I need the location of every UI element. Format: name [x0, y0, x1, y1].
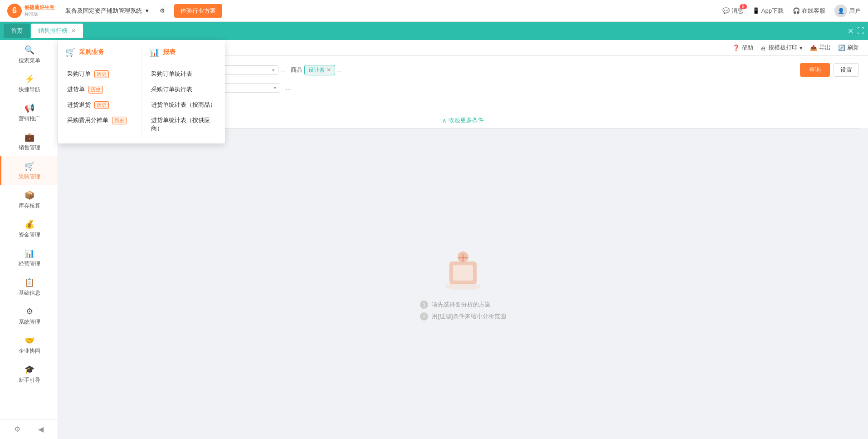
report-header-icon: 📊 [149, 47, 159, 57]
collapse-label: 收起更多条件 [449, 116, 484, 124]
sidebar: 🔍 搜索菜单 ⚡ 快捷导航 📢 营销推广 💼 销售管理 🛒 采购管理 📦 [0, 40, 58, 439]
goods-dots[interactable]: ... [337, 67, 342, 74]
tab-sales-ranking[interactable]: 销售排行榜 ✕ [31, 24, 83, 38]
sidebar-item-inventory[interactable]: 📦 库存核算 [0, 185, 58, 214]
online-service-button[interactable]: 🎧 在线客服 [793, 7, 825, 15]
empty-hint-1: 1 请先选择要分析的方案 [420, 301, 506, 309]
sidebar-item-operations[interactable]: 📊 经营管理 [0, 243, 58, 272]
dropdown-col-purchase: 🛒 采购业务 采购订单 历史 进货单 历史 进货退货 历史 采购费用分摊单 历史 [58, 47, 141, 136]
dropdown-item-purchase-order-stats[interactable]: 采购订单统计表 [149, 66, 218, 82]
goods-tag-close-icon[interactable]: ✕ [327, 67, 331, 73]
query-button[interactable]: 查询 [800, 63, 830, 77]
tab-close-all-icon[interactable]: ✕ [848, 27, 853, 35]
logo-icon: 6 [7, 4, 22, 18]
salesman-arrow-icon: ▾ [274, 85, 276, 90]
dropdown-item-goods-stats-by-supplier[interactable]: 进货单统计表（按供应商） [149, 113, 218, 136]
sidebar-collapse-icon[interactable]: ◀ [38, 425, 44, 434]
history-badge-2: 历史 [94, 101, 109, 109]
purchase-header-icon: 🛒 [65, 47, 75, 57]
dropdown-col-report: 📊 报表 采购订单统计表 采购订单执行表 进货单统计表（按商品） 进货单统计表（… [141, 47, 225, 136]
hint-num-2: 2 [420, 312, 428, 321]
logo-text: 畅捷通好生意 标准版 [24, 4, 54, 17]
message-button[interactable]: 💬 消息 9 [722, 7, 743, 15]
sidebar-item-enterprise[interactable]: 🤝 企业协同 [0, 330, 58, 360]
logo-area: 6 畅捷通好生意 标准版 [7, 4, 65, 18]
system-title: 装备及固定资产辅助管理系统 ▾ ⚙ [65, 5, 169, 17]
settings-button[interactable]: 设置 [834, 63, 859, 77]
select-arrow-icon: ▾ [272, 68, 274, 73]
box-icon: 📦 [24, 190, 34, 200]
dropdown-item-purchase-order[interactable]: 采购订单 历史 [65, 66, 134, 82]
avatar: 👤 [834, 5, 847, 17]
empty-illustration [436, 248, 490, 293]
user-button[interactable]: 👤 用户 [834, 5, 861, 17]
hint-num-1: 1 [420, 301, 428, 309]
dropdown-item-goods-return[interactable]: 进货退货 历史 [65, 97, 134, 113]
refresh-button[interactable]: 🔄 刷新 [838, 44, 859, 52]
header-right: 💬 消息 9 📱 App下载 🎧 在线客服 👤 用户 [722, 5, 861, 17]
sidebar-item-finance[interactable]: 💰 资金管理 [0, 214, 58, 243]
refresh-icon: 🔄 [838, 44, 845, 51]
export-button[interactable]: 📤 导出 [810, 44, 831, 52]
phone-icon: 📱 [752, 7, 760, 14]
sidebar-item-system[interactable]: ⚙ 系统管理 [0, 301, 58, 330]
dropdown-col-report-header: 📊 报表 [149, 47, 218, 61]
sidebar-bottom: ⚙ ◀ [0, 419, 58, 439]
history-badge-1: 历史 [88, 86, 103, 94]
help-icon: ❓ [732, 44, 740, 51]
salesman-dots[interactable]: ... [286, 84, 291, 91]
dropdown-item-goods-stats-by-product[interactable]: 进货单统计表（按商品） [149, 97, 218, 113]
hint-text-1: 请先选择要分析的方案 [432, 301, 491, 309]
sidebar-settings-icon[interactable]: ⚙ [14, 425, 20, 434]
tab-bar-right: ✕ ⛶ [848, 27, 864, 35]
megaphone-icon: 📢 [24, 103, 34, 113]
search-icon: 🔍 [24, 45, 34, 55]
message-badge: 9 [740, 4, 747, 9]
tab-maximize-icon[interactable]: ⛶ [857, 27, 864, 35]
print-button[interactable]: 🖨 按模板打印 ▾ [761, 44, 803, 52]
system-dropdown-arrow[interactable]: ▾ [146, 7, 149, 14]
headset-icon: 🎧 [793, 7, 800, 14]
goods-tag[interactable]: 设计素 ✕ [304, 65, 335, 75]
goods-label: 商品 [291, 66, 302, 74]
settings-icon[interactable]: ⚙ [156, 5, 169, 17]
tab-bar: 首页 销售排行榜 ✕ ✕ ⛶ [0, 22, 868, 40]
empty-hint-2: 2 用[过滤]条件来缩小分析范围 [420, 312, 506, 321]
chart-icon: 📊 [24, 248, 34, 258]
sidebar-item-purchase[interactable]: 🛒 采购管理 [0, 156, 58, 185]
app-download-button[interactable]: 📱 App下载 [752, 7, 784, 15]
gear-icon: ⚙ [26, 306, 33, 316]
sidebar-item-sales[interactable]: 💼 销售管理 [0, 127, 58, 156]
help-button[interactable]: ❓ 帮助 [732, 44, 753, 52]
sidebar-item-guide[interactable]: 🎓 新手引导 [0, 360, 58, 389]
dropdown-item-purchase-expense[interactable]: 采购费用分摊单 历史 [65, 113, 134, 128]
print-icon: 🖨 [761, 44, 766, 51]
clipboard-icon: 📋 [24, 277, 34, 287]
svg-rect-2 [453, 265, 473, 281]
hint-text-2: 用[过滤]条件来缩小分析范围 [432, 312, 506, 321]
sidebar-item-search[interactable]: 🔍 搜索菜单 [0, 40, 58, 69]
export-icon: 📤 [810, 44, 817, 51]
sidebar-item-basic-info[interactable]: 📋 基础信息 [0, 272, 58, 301]
collapse-icon: ∧ [442, 117, 447, 124]
dropdown-item-purchase-order-exec[interactable]: 采购订单执行表 [149, 82, 218, 97]
dropdown-col-purchase-header: 🛒 采购业务 [65, 47, 134, 61]
briefcase-icon: 💼 [24, 132, 34, 142]
voucher-status-dots[interactable]: ... [280, 67, 285, 74]
handshake-icon: 🤝 [24, 335, 34, 345]
tab-home[interactable]: 首页 [4, 24, 30, 38]
print-dropdown-icon[interactable]: ▾ [800, 44, 803, 51]
message-icon: 💬 [722, 7, 730, 14]
empty-hints: 1 请先选择要分析的方案 2 用[过滤]条件来缩小分析范围 [420, 301, 506, 321]
history-badge-3: 历史 [112, 117, 127, 124]
cart-icon: 🛒 [24, 161, 34, 171]
tab-close-icon[interactable]: ✕ [71, 28, 76, 34]
industry-button[interactable]: 体验行业方案 [174, 4, 222, 18]
top-header: 6 畅捷通好生意 标准版 装备及固定资产辅助管理系统 ▾ ⚙ 体验行业方案 💬 … [0, 0, 868, 22]
sidebar-item-nav[interactable]: ⚡ 快捷导航 [0, 69, 58, 98]
history-badge-0: 历史 [94, 70, 109, 78]
money-icon: 💰 [24, 219, 34, 229]
dropdown-item-goods-receipt[interactable]: 进货单 历史 [65, 82, 134, 97]
sidebar-item-marketing[interactable]: 📢 营销推广 [0, 98, 58, 127]
sidebar-menu: 🔍 搜索菜单 ⚡ 快捷导航 📢 营销推广 💼 销售管理 🛒 采购管理 📦 [0, 40, 58, 419]
